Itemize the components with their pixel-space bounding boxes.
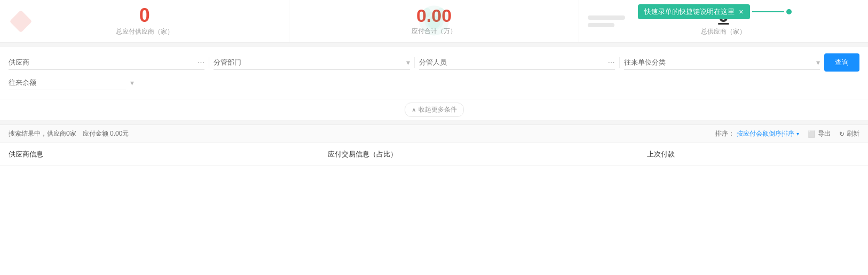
filter-area: 供应商 ··· 分管部门 ▾ 分管人员 ··· 往来单位分类 ▾ 查询 xyxy=(0,47,868,99)
tooltip-dot xyxy=(786,9,792,14)
unit-category-filter: 往来单位分类 ▾ xyxy=(624,56,820,70)
svg-point-3 xyxy=(423,7,431,17)
divider-1 xyxy=(209,57,209,68)
tooltip-line xyxy=(752,11,784,12)
stat-total-payable-suppliers: 0 总应付供应商（家） xyxy=(0,0,289,42)
department-dropdown-icon[interactable]: ▾ xyxy=(406,58,410,67)
person-label: 分管人员 xyxy=(419,58,447,67)
svg-point-4 xyxy=(437,7,445,17)
department-label: 分管部门 xyxy=(214,58,241,67)
collapse-text: 收起更多条件 xyxy=(419,105,457,114)
results-bar: 搜索结果中，供应商0家 应付金额 0.00元 排序： 按应付会额倒序排序 ▾ ⬜… xyxy=(0,124,868,143)
tooltip-bar: 快速录单的快捷键说明在这里 × xyxy=(638,4,749,19)
balance-dropdown-icon[interactable]: ▾ xyxy=(130,78,134,87)
sort-prefix: 排序： xyxy=(715,129,735,138)
total-suppliers-label: 总供应商（家） xyxy=(701,27,746,36)
col-lastpay: 上次付款 xyxy=(647,150,860,159)
export-button[interactable]: ⬜ 导出 xyxy=(808,129,831,138)
diamond-icon xyxy=(9,9,33,34)
tooltip-text: 快速录单的快捷键说明在这里 xyxy=(644,7,735,17)
results-amount-text: 应付金额 0.00元 xyxy=(83,129,129,138)
svg-rect-0 xyxy=(10,10,32,32)
payable-suppliers-label: 总应付供应商（家） xyxy=(116,27,173,36)
unit-category-label: 往来单位分类 xyxy=(624,58,666,67)
sort-dropdown[interactable]: 按应付会额倒序排序 xyxy=(737,129,794,138)
refresh-button[interactable]: ↻ 刷新 xyxy=(839,129,859,138)
person-input[interactable] xyxy=(451,58,608,66)
results-actions: 排序： 按应付会额倒序排序 ▾ ⬜ 导出 ↻ 刷新 xyxy=(715,129,859,138)
stat-total-suppliers: 快速录单的快捷键说明在这里 × 0 总供应商（家） xyxy=(579,0,868,42)
divider-2 xyxy=(414,57,415,68)
collapse-row: ∧ 收起更多条件 xyxy=(0,99,868,120)
export-icon: ⬜ xyxy=(808,130,816,138)
supplier-label: 供应商 xyxy=(9,58,29,67)
refresh-icon: ↻ xyxy=(839,130,845,138)
filter-row-1: 供应商 ··· 分管部门 ▾ 分管人员 ··· 往来单位分类 ▾ 查询 xyxy=(9,53,859,72)
pig-icon xyxy=(415,2,453,39)
supplier-more-icon[interactable]: ··· xyxy=(198,58,204,67)
supplier-filter: 供应商 ··· xyxy=(9,56,204,70)
payable-suppliers-number: 0 xyxy=(139,6,150,25)
col-transaction-info: 应付交易信息（占比） xyxy=(328,150,647,159)
sort-chevron-icon[interactable]: ▾ xyxy=(796,131,799,137)
refresh-label: 刷新 xyxy=(847,129,859,138)
filter-row-2: 往来余额 ▾ xyxy=(9,76,859,90)
balance-label: 往来余额 xyxy=(9,78,36,88)
divider-3 xyxy=(619,57,620,68)
unit-category-dropdown-icon[interactable]: ▾ xyxy=(816,58,820,67)
table-header: 供应商信息 应付交易信息（占比） 上次付款 xyxy=(0,143,868,166)
supplier-input[interactable] xyxy=(34,58,198,66)
balance-input[interactable] xyxy=(41,79,130,87)
results-suppliers-text: 搜索结果中，供应商0家 xyxy=(9,129,76,138)
collapse-up-icon: ∧ xyxy=(412,106,416,114)
unit-category-input[interactable] xyxy=(670,58,816,66)
tooltip-close-btn[interactable]: × xyxy=(739,7,743,16)
department-filter: 分管部门 ▾ xyxy=(214,56,409,70)
department-input[interactable] xyxy=(246,58,406,66)
stat-payable-total: 0.00 应付合计（万） xyxy=(289,0,579,42)
tooltip-wrapper: 快速录单的快捷键说明在这里 × xyxy=(638,4,791,19)
col-supplier-info: 供应商信息 xyxy=(9,150,328,159)
person-more-icon[interactable]: ··· xyxy=(607,58,614,67)
balance-filter: 往来余额 ▾ xyxy=(9,76,126,90)
export-label: 导出 xyxy=(818,129,831,138)
person-filter: 分管人员 ··· xyxy=(419,56,615,70)
svg-point-5 xyxy=(428,15,440,28)
query-button[interactable]: 查询 xyxy=(824,53,859,72)
collapse-button[interactable]: ∧ 收起更多条件 xyxy=(405,103,464,117)
empty-table-area xyxy=(0,166,868,275)
